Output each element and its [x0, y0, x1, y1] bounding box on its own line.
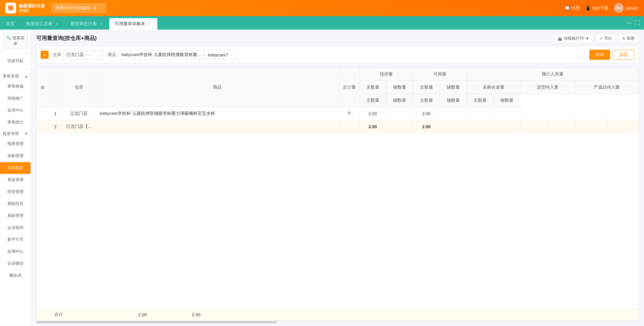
sidebar-item-purchase[interactable]: 采购管理: [0, 150, 31, 162]
sidebar-retail-mall-label: 零售商城: [7, 84, 23, 89]
product-tag-1: babycare学饮杯 儿童防摔防撞吸管杯重力球吸嘴杯宝宝水杯 ×: [121, 52, 205, 58]
refresh-icon: ↻: [622, 36, 626, 41]
td-warehouse: 江北门店: [62, 107, 96, 120]
warehouse-filter-value[interactable]: 江北门店 × ···: [63, 50, 104, 59]
avatar: Ea: [614, 3, 624, 13]
sidebar-item-corp-wechat[interactable]: 企业微信: [0, 258, 31, 270]
horizontal-scrollbar[interactable]: [36, 321, 639, 323]
query-btn[interactable]: 查询: [589, 50, 610, 60]
td-purchase-aux: [493, 107, 520, 120]
sidebar-new-user-label: 新手引导: [7, 237, 23, 242]
product-tag-2: babycare?: [208, 52, 228, 57]
search-menu-btn[interactable]: 🔍 搜索菜单: [3, 33, 28, 49]
sidebar-item-marketing[interactable]: 营销推广: [0, 93, 31, 105]
sidebar-item-retail[interactable]: 零售管理 ▲: [0, 71, 31, 81]
message-label: 消息: [571, 5, 580, 11]
product-filter-dots[interactable]: ···: [230, 52, 233, 57]
tab-minimize-btn[interactable]: —: [627, 20, 632, 26]
th-warehouse: 仓库: [62, 68, 96, 107]
sidebar-item-enterprise[interactable]: 企业协同: [0, 222, 31, 234]
tab-home[interactable]: 首页: [1, 18, 20, 30]
sidebar-basic-label: 基础信息: [7, 201, 23, 206]
tab-order-stats[interactable]: 要货单统计表 ×: [65, 18, 109, 30]
message-btn[interactable]: 💬 消息: [565, 5, 580, 11]
tab-bar-right: — ⛶: [623, 16, 644, 30]
top-bar: 畅 畅捷通好生意 标准版 母婴行业演示账套 ▼ 💬 消息 📱 App下载 Ea …: [0, 0, 644, 16]
subtotal-warehouse: 江北门店【...: [62, 120, 96, 133]
td-available-main: 2.00: [413, 107, 440, 120]
sidebar-item-app-center[interactable]: 应用中心: [0, 246, 31, 258]
th-settings[interactable]: ⚙: [37, 68, 49, 107]
sidebar-item-member2[interactable]: 畅会员: [0, 270, 31, 282]
td-inbound-aux: [548, 107, 575, 120]
total-label: 合计: [42, 312, 75, 318]
table-row: 1 江北门店 babycare学饮杯 儿童防摔防撞吸管杯重力球吸嘴杯宝宝水杯 个: [37, 107, 638, 120]
th-product-main: 主数量: [467, 94, 493, 107]
product-filter-value[interactable]: babycare学饮杯 儿童防摔防撞吸管杯重力球吸嘴杯宝宝水杯 × babyca…: [118, 50, 236, 59]
industry-label: 母婴行业演示账套: [55, 5, 90, 11]
sidebar-item-basic[interactable]: 基础信息: [0, 198, 31, 210]
sidebar-app-center-label: 应用中心: [7, 249, 23, 254]
export-label: 导出: [604, 36, 612, 41]
tab-maximize-btn[interactable]: ⛶: [635, 20, 640, 26]
refresh-btn[interactable]: ↻ 刷新: [619, 34, 639, 43]
th-current-stock-group: 现存量: [359, 68, 413, 81]
tab-receive-send-label: 收发存汇总表: [26, 21, 52, 27]
page-title: 可用量查询(按仓库+商品): [36, 35, 97, 42]
tab-available-stock-label: 可用量库存账本: [115, 21, 145, 27]
print-icon: 🖨️: [557, 36, 562, 41]
sidebar-item-operations[interactable]: 经营管理: [0, 186, 31, 198]
expand-icon-2: ▼: [24, 132, 28, 136]
product-tag-2-text: babycare?: [208, 52, 228, 57]
app-download-btn[interactable]: 📱 App下载: [585, 5, 608, 11]
sidebar-item-inventory[interactable]: 库存核算: [0, 162, 31, 174]
tab-order-stats-close[interactable]: ×: [99, 21, 103, 26]
footer-current-main: 2.00: [129, 312, 156, 317]
user-btn[interactable]: Ea demo2: [614, 3, 639, 13]
th-product: 商品: [96, 68, 339, 107]
tab-available-stock-close[interactable]: ×: [147, 21, 152, 26]
sidebar-item-system[interactable]: 系统管理: [0, 210, 31, 222]
sidebar-item-new-user[interactable]: 新手引导: [0, 234, 31, 246]
tab-receive-send[interactable]: 收发存汇总表 ×: [21, 18, 64, 30]
table-container: ⚙ 仓库 商品 主计量 现存量: [36, 67, 639, 321]
main-layout: 🔍 搜索菜单 快捷导航 零售管理 ▲ 零售商城 营销推广 会员中心: [0, 30, 644, 326]
th-purchase-main: 主数量: [359, 94, 386, 107]
product-tag-1-text: babycare学饮杯 儿童防摔防撞吸管杯重力球吸嘴杯宝宝水杯: [121, 52, 202, 58]
tab-receive-send-close[interactable]: ×: [54, 21, 59, 26]
table-subtotal-row: 2 江北门店【... 2.00 2.00: [37, 120, 638, 133]
sidebar-item-wholesale[interactable]: 批发管理 ▼: [0, 128, 31, 138]
sidebar-inventory-label: 库存核算: [7, 166, 23, 171]
sidebar-item-member[interactable]: 会员中心: [0, 104, 31, 117]
subtotal-inbound-main: [520, 120, 548, 133]
sidebar-item-retail-stats[interactable]: 零售统计: [0, 117, 31, 129]
tab-available-stock[interactable]: 可用量库存账本 ×: [109, 18, 157, 30]
td-current-aux: [386, 107, 413, 120]
logo-icon: 畅: [5, 3, 16, 13]
sidebar-item-finance[interactable]: 资金管理: [0, 174, 31, 186]
industry-selector[interactable]: 母婴行业演示账套 ▼: [52, 3, 106, 13]
warehouse-filter-dots[interactable]: ···: [89, 52, 92, 57]
settings-btn[interactable]: 设置: [613, 50, 634, 60]
th-inbound-aux: 辅数量: [440, 94, 467, 107]
sidebar-corp-wechat-label: 企业微信: [7, 261, 23, 266]
tab-home-label: 首页: [6, 21, 15, 27]
sidebar-item-quick-nav[interactable]: 快捷导航: [0, 55, 31, 66]
table-scroll[interactable]: ⚙ 仓库 商品 主计量 现存量: [37, 68, 638, 309]
scrollbar-thumb[interactable]: [36, 321, 277, 323]
warehouse-tag-close[interactable]: ×: [85, 53, 87, 57]
template-print-btn[interactable]: 🖨️ 按模板打印 ▼: [554, 34, 593, 43]
filter-expand-btn[interactable]: »: [41, 51, 49, 59]
export-btn[interactable]: ↗ 导出: [596, 34, 616, 43]
subtotal-settings: [37, 120, 49, 133]
subtotal-available-aux: [440, 120, 467, 133]
sidebar-item-ecommerce[interactable]: 电商管理: [0, 138, 31, 150]
logo: 畅 畅捷通好生意 标准版: [5, 3, 45, 13]
sidebar-retail-label: 零售管理: [3, 74, 19, 79]
th-purchase-aux: 辅数量: [386, 94, 413, 107]
td-current-main: 2.00: [359, 107, 386, 120]
product-tag-1-close[interactable]: ×: [203, 53, 205, 57]
sidebar-enterprise-label: 企业协同: [7, 225, 23, 231]
sidebar-item-retail-mall[interactable]: 零售商城: [0, 81, 31, 93]
page-actions: 🖨️ 按模板打印 ▼ ↗ 导出 ↻ 刷新: [554, 34, 639, 43]
